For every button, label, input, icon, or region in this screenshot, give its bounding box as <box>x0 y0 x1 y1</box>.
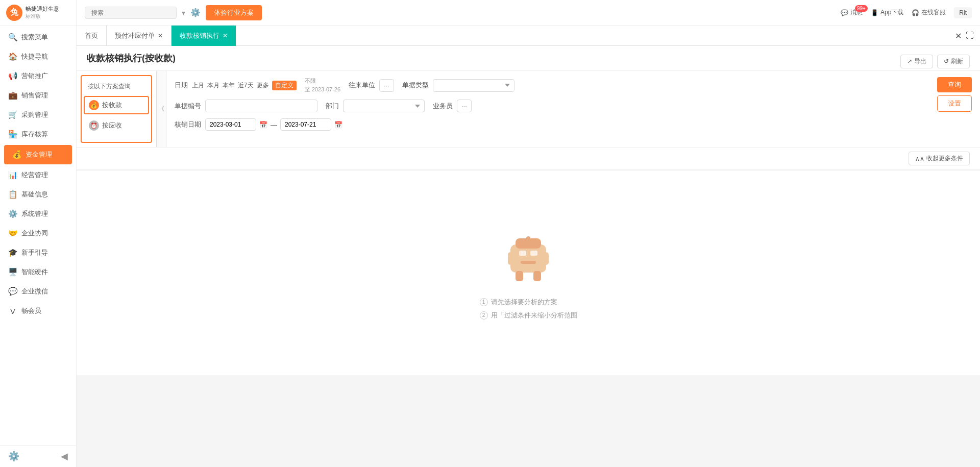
filter-option-by-receipt[interactable]: 💰 按收款 <box>84 96 149 114</box>
filter-option-receivable-icon: ⏰ <box>89 120 99 131</box>
sidebar-item-purchase[interactable]: 🛒 采购管理 <box>0 105 76 125</box>
empty-tip-2: 2 用「过滤条件来缩小分析范围 <box>480 309 577 322</box>
tab-maximize-icon[interactable]: ⛶ <box>966 31 974 40</box>
filter-option-receipt-icon: 💰 <box>89 100 99 110</box>
date-shortcut-thismonth[interactable]: 本月 <box>207 81 219 90</box>
date-shortcut-7days[interactable]: 近7天 <box>238 81 254 90</box>
date-range-separator: — <box>271 121 277 129</box>
industry-solution-button[interactable]: 体验行业方案 <box>206 5 262 20</box>
sidebar-item-wechat[interactable]: 💬 企业微信 <box>0 282 76 301</box>
collapse-more-conditions-btn[interactable]: ∧∧ 收起更多条件 <box>909 152 970 165</box>
sidebar-item-hardware[interactable]: 🖥️ 智能硬件 <box>0 262 76 282</box>
user-profile[interactable]: Rit <box>954 7 972 18</box>
online-service-item[interactable]: 🎧 在线客服 <box>912 8 946 17</box>
home-icon: 🏠 <box>8 52 17 61</box>
basicinfo-icon: 📋 <box>8 190 17 199</box>
sidebar-item-operations[interactable]: 📊 经营管理 <box>0 165 76 185</box>
topbar-gear-icon[interactable]: ⚙️ <box>190 8 201 17</box>
refresh-label: 刷新 <box>951 57 963 66</box>
sidebar-item-quicknav[interactable]: 🏠 快捷导航 <box>0 47 76 66</box>
sidebar-item-search[interactable]: 🔍 搜索菜单 <box>0 28 76 47</box>
filter-option-by-receivable[interactable]: ⏰ 按应收 <box>82 115 151 136</box>
sidebar-item-inventory-label: 库存核算 <box>21 130 48 139</box>
order-type-select[interactable] <box>433 79 514 92</box>
tab-close-window-icon[interactable]: ✕ <box>955 31 962 41</box>
tab-home-label: 首页 <box>85 31 98 40</box>
tab-prepay-close-icon[interactable]: ✕ <box>158 32 163 39</box>
salesman-ellipsis-btn[interactable]: ··· <box>457 100 472 112</box>
purchase-icon: 🛒 <box>8 110 17 119</box>
refresh-icon: ↺ <box>944 58 949 65</box>
filter-sidebar-title: 按以下方案查询 <box>82 82 151 95</box>
date-shortcut-more[interactable]: 更多 <box>257 81 269 90</box>
sidebar-item-marketing-label: 营销推广 <box>21 71 48 81</box>
dept-field: 部门 <box>326 100 425 112</box>
salesman-field: 业务员 ··· <box>433 100 472 112</box>
sysadmin-icon: ⚙️ <box>8 209 17 218</box>
dept-select[interactable] <box>343 100 425 112</box>
refresh-button[interactable]: ↺ 刷新 <box>937 55 970 68</box>
app-version: 标准版 <box>26 13 59 20</box>
order-no-field: 单据编号 <box>175 100 317 112</box>
sidebar-item-sales[interactable]: 💼 销售管理 <box>0 86 76 105</box>
verify-start-input[interactable] <box>205 118 256 131</box>
collapse-sidebar-icon[interactable]: ◀ <box>61 451 68 462</box>
counterpart-ellipsis-btn[interactable]: ··· <box>379 79 394 92</box>
order-no-input[interactable] <box>205 100 317 112</box>
filter-sidebar-collapse-btn[interactable]: 《 <box>156 71 166 147</box>
search-icon: 🔍 <box>8 33 17 42</box>
sidebar-item-purchase-label: 采购管理 <box>21 110 48 119</box>
sidebar-item-marketing[interactable]: 📢 营销推广 <box>0 66 76 86</box>
query-button[interactable]: 查询 <box>937 77 972 92</box>
main-area: ▾ ⚙️ 体验行业方案 💬 消息 99+ 📱 App下载 🎧 在线客服 Rit <box>77 0 980 467</box>
sidebar-item-hardware-label: 智能硬件 <box>21 267 48 277</box>
sidebar-item-collab[interactable]: 🤝 企业协同 <box>0 224 76 243</box>
sidebar-item-sysadmin[interactable]: ⚙️ 系统管理 <box>0 204 76 224</box>
topbar-search-input[interactable] <box>85 7 177 19</box>
tab-prepay[interactable]: 预付冲应付单 ✕ <box>107 26 172 46</box>
tab-home[interactable]: 首页 <box>77 26 107 46</box>
verify-end-cal-icon[interactable]: 📅 <box>334 121 342 129</box>
topbar: ▾ ⚙️ 体验行业方案 💬 消息 99+ 📱 App下载 🎧 在线客服 Rit <box>77 0 980 26</box>
app-download-item[interactable]: 📱 App下载 <box>871 8 903 17</box>
tabbar: 首页 预付冲应付单 ✕ 收款核销执行 ✕ ✕ ⛶ <box>77 26 980 46</box>
date-shortcuts: 上月 本月 本年 近7天 更多 自定义 <box>192 81 297 90</box>
date-to-text: 至 2023-07-26 <box>305 86 340 93</box>
sidebar-item-basicinfo[interactable]: 📋 基础信息 <box>0 185 76 204</box>
empty-state: 1 请先选择要分析的方案 2 用「过滤条件来缩小分析范围 <box>77 171 980 375</box>
sidebar-item-guide[interactable]: 🎓 新手引导 <box>0 243 76 262</box>
empty-tip-1-text: 请先选择要分析的方案 <box>491 296 557 309</box>
settings-button[interactable]: 设置 <box>937 95 972 112</box>
date-shortcut-thisyear[interactable]: 本年 <box>223 81 235 90</box>
sidebar-item-basicinfo-label: 基础信息 <box>21 190 48 199</box>
settings-bottom-icon[interactable]: ⚙️ <box>8 451 19 462</box>
tab-prepay-label: 预付冲应付单 <box>115 31 155 40</box>
verify-end-input[interactable] <box>280 118 331 131</box>
sidebar-logo: 兔 畅捷通好生意 标准版 <box>0 0 76 26</box>
messages-icon-item[interactable]: 💬 消息 99+ <box>841 8 863 17</box>
export-label: 导出 <box>914 57 926 66</box>
collapse-more-icon: ∧∧ <box>915 155 924 162</box>
sidebar-item-inventory[interactable]: 🏪 库存核算 <box>0 125 76 144</box>
verify-date-label: 核销日期 <box>175 120 201 129</box>
order-type-field: 单据类型 <box>402 79 514 92</box>
service-icon: 🎧 <box>912 9 919 16</box>
svg-rect-6 <box>508 252 513 265</box>
sidebar-item-finance-label: 资金管理 <box>26 150 52 159</box>
tab-receipt[interactable]: 收款核销执行 ✕ <box>172 26 236 46</box>
topbar-dropdown-icon[interactable]: ▾ <box>182 9 185 17</box>
export-button[interactable]: ↗ 导出 <box>900 55 933 68</box>
sidebar-item-finance[interactable]: 💰 资金管理 <box>4 145 72 164</box>
sidebar-item-collab-label: 企业协同 <box>21 229 48 238</box>
date-shortcut-lastmonth[interactable]: 上月 <box>192 81 204 90</box>
filter-sidebar: 按以下方案查询 💰 按收款 ⏰ 按应收 <box>81 75 152 143</box>
guide-icon: 🎓 <box>8 248 17 257</box>
wechat-icon: 💬 <box>8 287 17 296</box>
sidebar-item-member[interactable]: V 畅会员 <box>0 301 76 321</box>
date-shortcut-custom[interactable]: 自定义 <box>272 81 297 90</box>
verify-start-cal-icon[interactable]: 📅 <box>259 121 267 129</box>
tab-receipt-close-icon[interactable]: ✕ <box>223 32 228 39</box>
dept-label: 部门 <box>326 102 339 111</box>
counterpart-field: 往来单位 ··· <box>349 79 394 92</box>
empty-illustration <box>498 224 559 285</box>
